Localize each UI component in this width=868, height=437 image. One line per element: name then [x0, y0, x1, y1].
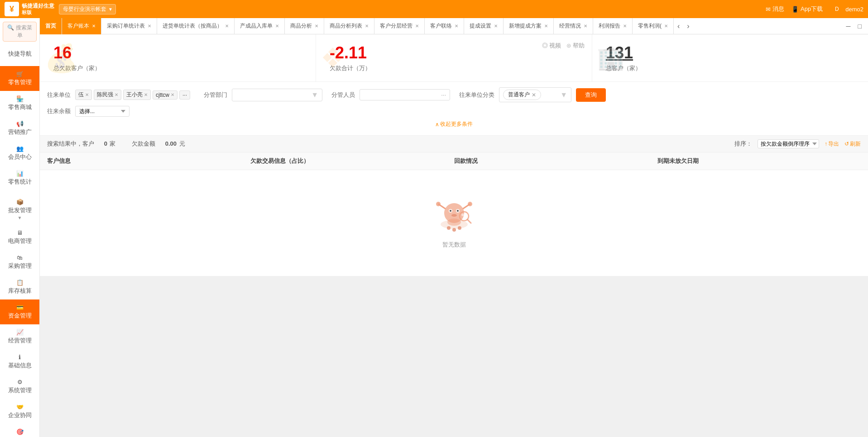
unit-tags-more-button[interactable]: ··· [179, 90, 190, 100]
sidebar-item-member[interactable]: 👥 会员中心 [0, 141, 39, 166]
refresh-button[interactable]: ↺ 刷新 [844, 140, 861, 148]
tab-close-customer-contact[interactable]: ✕ [455, 24, 458, 28]
sidebar-item-basic-info[interactable]: ℹ 基础信息 [0, 349, 39, 374]
results-summary: 搜索结果中，客户 0 家 欠款金额 0.00 元 [47, 140, 207, 148]
remove-unit-wang[interactable]: ✕ [144, 92, 148, 97]
remove-category-tag[interactable]: ✕ [532, 92, 536, 98]
logo-text: 畅捷通好生意 标版 [22, 3, 54, 15]
empty-icon [432, 197, 477, 233]
table-header: 客户信息 欠款交易信息（占比） 回款情况 到期未放欠日期 [40, 152, 868, 170]
remove-unit-chen[interactable]: ✕ [115, 92, 118, 97]
person-filter-input[interactable]: ··· [360, 89, 450, 100]
stat-bg-money-icon: 💰 [44, 42, 78, 74]
sidebar-item-retail-mall[interactable]: 🏪 零售商城 [0, 91, 39, 116]
tab-close-profit-report[interactable]: ✕ [623, 24, 627, 28]
help-link[interactable]: ⊙ 帮助 [566, 42, 585, 50]
sidebar-item-finance[interactable]: 💳 资金管理 [0, 299, 39, 324]
data-table: 客户信息 欠款交易信息（占比） 回款情况 到期未放欠日期 [40, 152, 868, 170]
sidebar-item-operation[interactable]: 📈 经营管理 [0, 324, 39, 349]
stats-row: 💰 16 总欠款客户（家） ❖ -2.11 欠款合计（万） [40, 34, 868, 82]
refresh-icon: ↺ [844, 141, 849, 147]
filter-row-2: 往来余额 选择... [47, 106, 861, 117]
category-filter-input[interactable]: 普通客户 ✕ ▼ [499, 87, 571, 102]
sidebar-item-enterprise[interactable]: 🤝 企业协同 [0, 399, 39, 424]
query-button[interactable]: 查询 [576, 88, 606, 102]
svg-point-17 [461, 214, 464, 216]
tab-next-button[interactable]: › [683, 22, 693, 30]
sidebar-item-batch[interactable]: 📦 批发管理 ▼ [0, 194, 39, 225]
svg-line-16 [467, 219, 471, 223]
tab-profit-report[interactable]: 利润报告 ✕ [593, 18, 633, 34]
download-icon: 📱 [791, 6, 799, 13]
tab-purchase-order[interactable]: 采购订单统计表 ✕ [101, 18, 157, 34]
account-dropdown[interactable]: 母婴行业演示帐套 ▼ [59, 4, 116, 14]
balance-filter-select[interactable]: 选择... [75, 106, 129, 117]
dept-filter-input[interactable]: ▼ [232, 89, 322, 101]
message-button[interactable]: ✉ 消息 [766, 5, 784, 13]
tab-close-add-promotion[interactable]: ✕ [544, 24, 548, 28]
tab-close-customer-segment[interactable]: ✕ [415, 24, 419, 28]
category-filter-label: 往来单位分类 [459, 91, 494, 99]
unit-tag-wang: 王小亮 ✕ [123, 90, 151, 100]
search-menu-button[interactable]: 🔍 搜索菜单 [3, 22, 37, 42]
sidebar-item-purchase[interactable]: 🛍 采购管理 [0, 250, 39, 275]
tab-operation-status[interactable]: 经营情况 ✕ [554, 18, 593, 34]
tab-customer-book[interactable]: 客户账本 ✕ [62, 18, 101, 34]
export-button[interactable]: ↑ 导出 [825, 140, 839, 148]
tab-promotion-settings[interactable]: 提成设置 ✕ [464, 18, 504, 34]
tab-customer-contact[interactable]: 客户联络 ✕ [425, 18, 464, 34]
user-avatar[interactable]: D demo2 [830, 2, 863, 16]
col-header-repay: 回款情况 [454, 157, 657, 165]
tab-maximize-button[interactable]: □ [855, 22, 864, 31]
sidebar-item-retail[interactable]: 🛒 零售管理 [0, 66, 39, 91]
main-content: 💰 16 总欠款客户（家） ❖ -2.11 欠款合计（万） [40, 34, 868, 437]
tab-cost-inbound[interactable]: 产成品入库单 ✕ [235, 18, 285, 34]
stat-block-total-customers: 🏢 131 总客户（家） [592, 34, 868, 81]
tab-close-purchase-order[interactable]: ✕ [148, 24, 151, 28]
sidebar-item-marketing[interactable]: 📢 营销推广 [0, 116, 39, 141]
svg-point-5 [457, 210, 459, 212]
unit-tag-chen: 陈民强 ✕ [94, 90, 121, 100]
sidebar-item-inventory[interactable]: 📋 库存核算 [0, 275, 39, 299]
tab-close-cost-inbound[interactable]: ✕ [275, 24, 279, 28]
app-download-button[interactable]: 📱 App下载 [791, 5, 823, 13]
remove-unit-wu[interactable]: ✕ [85, 92, 89, 97]
tab-close-retail-profit[interactable]: ✕ [664, 24, 668, 28]
logo-line1: 畅捷通好生意 [22, 3, 54, 9]
sidebar-item-ecommerce[interactable]: 🖥 电商管理 [0, 225, 39, 250]
unit-tag-wu: 伍 ✕ [75, 90, 92, 100]
category-dropdown-icon: ▼ [560, 91, 567, 99]
person-dots-icon[interactable]: ··· [441, 91, 446, 98]
message-icon: ✉ [766, 6, 771, 13]
tab-close-product-analysis-list[interactable]: ✕ [365, 24, 369, 28]
svg-point-12 [447, 226, 451, 230]
tab-add-promotion[interactable]: 新增提成方案 ✕ [504, 18, 554, 34]
tab-close-purchase-stats[interactable]: ✕ [225, 24, 229, 28]
person-input[interactable] [364, 92, 441, 98]
video-link[interactable]: ◎ 视频 [542, 42, 561, 50]
tab-minimize-button[interactable]: ─ [844, 22, 854, 31]
tab-close-promotion-settings[interactable]: ✕ [494, 24, 498, 28]
dept-input[interactable] [236, 92, 311, 98]
sidebar-item-new-guide[interactable]: 🎯 新手引导 [0, 424, 39, 437]
tab-product-analysis-list[interactable]: 商品分析列表 ✕ [324, 18, 374, 34]
tab-more-button[interactable]: ‹ [674, 22, 683, 30]
tab-purchase-stats[interactable]: 进货单统计表（按商品） ✕ [157, 18, 235, 34]
tab-retail-profit[interactable]: 零售利润( ✕ [633, 18, 674, 34]
logo-icon: ¥ [5, 2, 19, 16]
remove-unit-cjttcw[interactable]: ✕ [171, 92, 174, 97]
tab-home[interactable]: 首页 [40, 18, 62, 34]
sidebar-item-system[interactable]: ⚙ 系统管理 [0, 374, 39, 399]
sidebar-item-quick-nav[interactable]: 快捷导航 [0, 45, 39, 62]
unit-filter-tags: 伍 ✕ 陈民强 ✕ 王小亮 ✕ [75, 90, 190, 100]
results-actions: 排序： 按欠款金额倒序理序 ↑ 导出 ↺ 刷新 [734, 139, 861, 148]
tab-customer-segment[interactable]: 客户分层经营 ✕ [374, 18, 425, 34]
tab-product-analysis[interactable]: 商品分析 ✕ [285, 18, 324, 34]
collapse-filter-button[interactable]: ∧ 收起更多条件 [435, 120, 473, 128]
tab-close-customer-book[interactable]: ✕ [92, 24, 96, 28]
tab-close-product-analysis[interactable]: ✕ [315, 24, 318, 28]
stat-top-right: ◎ 视频 ⊙ 帮助 [542, 42, 585, 50]
tab-close-operation-status[interactable]: ✕ [584, 24, 587, 28]
sidebar-item-retail-stats[interactable]: 📊 零售统计 [0, 166, 39, 190]
sort-select[interactable]: 按欠款金额倒序理序 [758, 139, 819, 148]
